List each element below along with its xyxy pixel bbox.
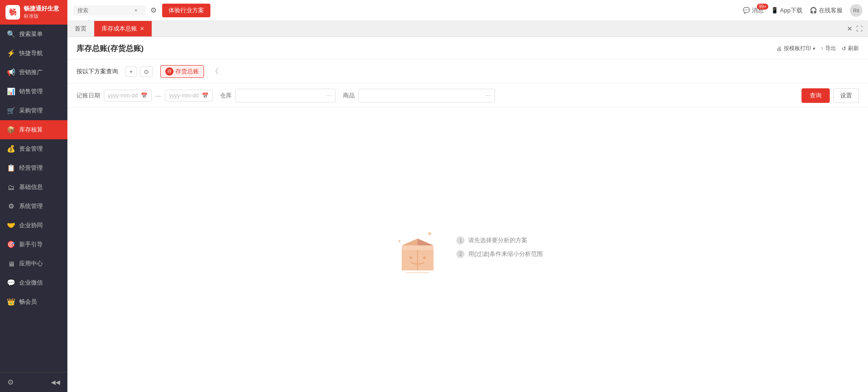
tip-2-text: 用[过滤]条件来缩小分析范围 xyxy=(468,250,542,258)
filter-scheme-label: 按以下方案查询 xyxy=(77,67,118,76)
filter-actions-right: 查询 设置 xyxy=(802,88,859,103)
sidebar-item-system[interactable]: ⚙ 系统管理 xyxy=(0,197,67,216)
sidebar-item-marketing[interactable]: 📢 营销推广 xyxy=(0,63,67,82)
sidebar-label-app-center: 应用中心 xyxy=(19,260,43,268)
topbar: ▾ ⚙ 体验行业方案 💬 消息 99+ 📱 App下载 🎧 在线客服 Rit xyxy=(67,0,868,21)
sidebar-footer: ⚙ ◀◀ xyxy=(0,372,67,392)
industry-solution-button[interactable]: 体验行业方案 xyxy=(162,4,210,17)
logo-icon: 畅 xyxy=(5,5,20,20)
sidebar-icon-basic-info: 🗂 xyxy=(6,183,15,192)
sidebar-icon-enterprise: 🤝 xyxy=(6,221,15,230)
sidebar-icon-enterprise-wechat: 💬 xyxy=(6,278,15,287)
user-avatar[interactable]: Rit xyxy=(850,4,863,17)
export-icon: ↑ xyxy=(821,46,823,52)
filter-manage-button[interactable]: ⊙ xyxy=(140,66,153,77)
warehouse-select[interactable]: ··· xyxy=(235,89,336,102)
filter-add-button[interactable]: + xyxy=(125,66,137,77)
sidebar-label-vip: 畅会员 xyxy=(19,298,37,306)
calendar-from-icon[interactable]: 📅 xyxy=(141,92,148,99)
sidebar-item-purchase[interactable]: 🛒 采购管理 xyxy=(0,101,67,120)
page-content: 库存总账(存货总账) 🖨 按模板打印 ▾ ↑ 导出 ↺ 刷新 xyxy=(67,37,868,392)
page-header: 库存总账(存货总账) 🖨 按模板打印 ▾ ↑ 导出 ↺ 刷新 xyxy=(67,37,868,60)
brand-name: 畅捷通好生意 xyxy=(24,5,59,13)
sidebar: 畅 畅捷通好生意 标准版 🔍 搜索菜单 ⚡ 快捷导航 📢 营销推广 📊 销售管理… xyxy=(0,0,67,392)
tip-1-text: 请先选择要分析的方案 xyxy=(468,236,527,244)
print-icon: 🖨 xyxy=(776,46,782,52)
date-to-placeholder: yyyy-mm-dd xyxy=(169,92,199,99)
refresh-label: 刷新 xyxy=(848,45,859,52)
sidebar-item-inventory[interactable]: 📦 库存核算 xyxy=(0,120,67,139)
calendar-to-icon[interactable]: 📅 xyxy=(202,92,209,99)
product-filter-label: 商品 xyxy=(343,92,355,100)
sidebar-item-enterprise[interactable]: 🤝 企业协同 xyxy=(0,216,67,235)
refresh-button[interactable]: ↺ 刷新 xyxy=(842,45,859,52)
print-template-button[interactable]: 🖨 按模板打印 ▾ xyxy=(776,45,815,52)
sidebar-icon-app-center: 🖥 xyxy=(6,259,15,268)
filter-collapse-button[interactable]: 《 xyxy=(211,67,219,76)
warehouse-more-btn[interactable]: ··· xyxy=(326,92,332,100)
message-item[interactable]: 💬 消息 99+ xyxy=(743,6,764,15)
empty-inner: ✦ ✦ 1 请先选择要分析的方案 2 用[过滤]条件 xyxy=(393,225,542,275)
svg-point-6 xyxy=(423,256,426,259)
topbar-gear-icon[interactable]: ⚙ xyxy=(150,6,157,15)
date-dash: — xyxy=(155,92,161,99)
active-scheme-item[interactable]: 存 存货总账 xyxy=(160,65,204,78)
product-more-btn[interactable]: ··· xyxy=(485,92,491,100)
svg-point-5 xyxy=(409,256,412,259)
empty-text-list: 1 请先选择要分析的方案 2 用[过滤]条件来缩小分析范围 xyxy=(456,236,542,264)
sidebar-nav: 🔍 搜索菜单 ⚡ 快捷导航 📢 营销推广 📊 销售管理 🛒 采购管理 📦 库存核… xyxy=(0,25,67,372)
step-2-num: 2 xyxy=(456,250,465,258)
sidebar-item-search[interactable]: 🔍 搜索菜单 xyxy=(0,25,67,44)
sidebar-label-sales: 销售管理 xyxy=(19,87,43,96)
tab-home[interactable]: 首页 xyxy=(67,21,94,36)
refresh-icon: ↺ xyxy=(842,46,846,52)
empty-state: ✦ ✦ 1 请先选择要分析的方案 2 用[过滤]条件 xyxy=(67,108,868,392)
settings-button[interactable]: 设置 xyxy=(833,88,859,103)
message-icon: 💬 xyxy=(743,7,750,14)
sidebar-item-newbie[interactable]: 🎯 新手引导 xyxy=(0,235,67,254)
date-to-input[interactable]: yyyy-mm-dd 📅 xyxy=(165,90,213,102)
sidebar-icon-quick-nav: ⚡ xyxy=(6,49,15,58)
svg-text:✦: ✦ xyxy=(397,238,402,244)
date-from-placeholder: yyyy-mm-dd xyxy=(108,92,138,99)
search-input[interactable] xyxy=(77,7,132,14)
topbar-left: ▾ ⚙ 体验行业方案 xyxy=(73,4,743,17)
sidebar-item-quick-nav[interactable]: ⚡ 快捷导航 xyxy=(0,44,67,63)
tab-inventory-ledger[interactable]: 库存成本总账 ✕ xyxy=(94,21,152,36)
logo-text: 畅捷通好生意 标准版 xyxy=(24,5,59,19)
search-box[interactable]: ▾ xyxy=(73,5,146,15)
sidebar-item-finance[interactable]: 💰 资金管理 xyxy=(0,139,67,158)
sidebar-icon-newbie: 🎯 xyxy=(6,240,15,249)
sidebar-item-vip[interactable]: 👑 畅会员 xyxy=(0,292,67,311)
app-download-item[interactable]: 📱 App下载 xyxy=(771,6,802,15)
product-select[interactable]: ··· xyxy=(358,89,495,102)
sidebar-item-enterprise-wechat[interactable]: 💬 企业微信 xyxy=(0,273,67,292)
sidebar-label-search: 搜索菜单 xyxy=(19,30,43,38)
app-download-icon: 📱 xyxy=(771,7,778,14)
tab-close-icon[interactable]: ✕ xyxy=(140,25,144,32)
settings-footer-icon[interactable]: ⚙ xyxy=(7,378,14,387)
search-dropdown-icon: ▾ xyxy=(135,8,137,13)
online-service-label: 在线客服 xyxy=(819,6,842,15)
collapse-icon[interactable]: ◀◀ xyxy=(51,379,60,386)
sidebar-label-inventory: 库存核算 xyxy=(19,126,43,134)
page-header-actions: 🖨 按模板打印 ▾ ↑ 导出 ↺ 刷新 xyxy=(776,45,859,52)
online-service-icon: 🎧 xyxy=(810,7,817,14)
scheme-indicator: 存 xyxy=(165,67,174,76)
page-title: 库存总账(存货总账) xyxy=(77,43,143,54)
empty-tip-1: 1 请先选择要分析的方案 xyxy=(456,236,542,244)
filter-row: 记账日期 yyyy-mm-dd 📅 — yyyy-mm-dd 📅 仓库 xyxy=(67,84,868,108)
sidebar-item-operations[interactable]: 📋 经营管理 xyxy=(0,158,67,178)
sidebar-item-basic-info[interactable]: 🗂 基础信息 xyxy=(0,178,67,197)
date-from-input[interactable]: yyyy-mm-dd 📅 xyxy=(104,90,152,102)
export-button[interactable]: ↑ 导出 xyxy=(821,45,836,52)
sidebar-icon-sales: 📊 xyxy=(6,87,15,96)
svg-text:✦: ✦ xyxy=(427,230,433,238)
query-button[interactable]: 查询 xyxy=(802,88,830,103)
print-template-label: 按模板打印 xyxy=(784,45,811,52)
sidebar-item-app-center[interactable]: 🖥 应用中心 xyxy=(0,254,67,273)
online-service-item[interactable]: 🎧 在线客服 xyxy=(810,6,842,15)
sidebar-item-sales[interactable]: 📊 销售管理 xyxy=(0,82,67,101)
panel-close-icon[interactable]: ✕ xyxy=(845,23,854,34)
panel-resize-icon[interactable]: ⛶ xyxy=(854,23,864,34)
